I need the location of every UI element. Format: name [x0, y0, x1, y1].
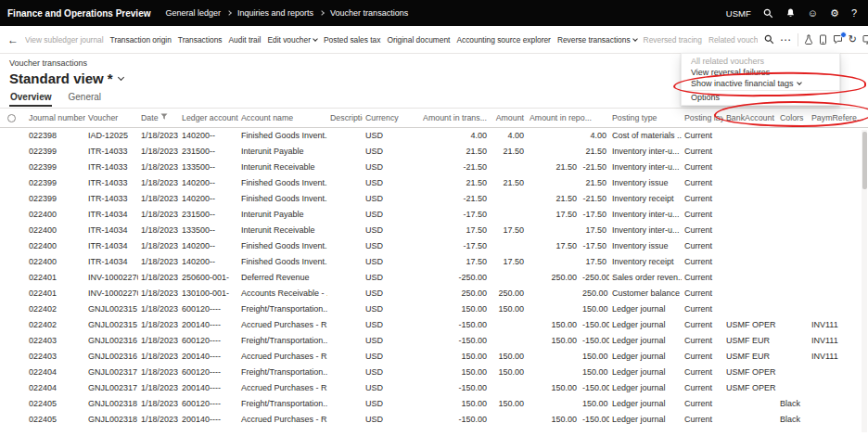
table-row[interactable]: 022400ITR-140341/18/2023231500--Interuni… [0, 207, 868, 223]
cell-account-name[interactable]: Interunit Receivable [238, 223, 327, 238]
cell-account-name[interactable]: Accrued Purchases - R... [238, 380, 327, 396]
cell-colors[interactable] [777, 160, 809, 175]
menu-item-view-reversal-failures[interactable]: View reversal failures [682, 67, 839, 78]
cell-payment-reference[interactable] [809, 301, 868, 317]
cell-amount-in-transaction[interactable]: -150.00 [400, 412, 490, 428]
cell-amount-in-reporting[interactable]: 21.50 [580, 144, 609, 160]
cell-date[interactable]: 1/18/2023 [138, 349, 179, 365]
cell-account-name[interactable]: Interunit Payable [238, 144, 327, 160]
cell-posting-type[interactable]: Inventory inter-u... [609, 160, 682, 175]
cell-bank-account[interactable] [723, 301, 777, 317]
cell-voucher[interactable]: ITR-14034 [85, 238, 138, 254]
cell-account-name[interactable]: Accrued Purchases - R... [238, 317, 327, 333]
cell-posting-layer[interactable]: Current [682, 223, 723, 238]
column-header-journal-number[interactable]: Journal number [26, 109, 85, 127]
cell-payment-reference[interactable] [809, 128, 868, 144]
cell-posting-type[interactable]: Ledger journal [609, 317, 682, 333]
cell-journal-number[interactable]: 022402 [26, 317, 85, 333]
cell-bank-account[interactable]: USMF EUR [723, 349, 777, 365]
cell-ledger-account[interactable]: 130100-001- [179, 286, 238, 301]
cell-bank-account[interactable] [723, 207, 777, 223]
grid-scrollbar[interactable] [862, 130, 867, 432]
cell-colors[interactable] [777, 238, 809, 254]
column-header-currency[interactable]: Currency [363, 109, 400, 127]
cell-date[interactable]: 1/18/2023 [138, 238, 179, 254]
feedback-icon[interactable]: ☺ [808, 8, 818, 19]
cell-posting-type[interactable]: Customer balance [609, 286, 682, 301]
cell-posting-type[interactable]: Inventory issue [609, 238, 682, 254]
cell-payment-reference[interactable] [809, 144, 868, 160]
row-select[interactable] [0, 207, 26, 223]
cell-posting-layer[interactable]: Current [682, 144, 723, 160]
cell-bank-account[interactable]: USMF OPER [723, 365, 777, 380]
cell-bank-account[interactable] [723, 128, 777, 144]
breadcrumb-item-voucher-transactions[interactable]: Voucher transactions [330, 8, 408, 18]
cell-description[interactable] [327, 160, 363, 175]
cell-date[interactable]: 1/18/2023 [138, 286, 179, 301]
cell-amount-in-reporting[interactable]: -17.50 [580, 207, 609, 223]
cell-voucher[interactable]: IAD-12025 [85, 128, 138, 144]
cell-account-name[interactable]: Accounts Receivable - ... [238, 286, 327, 301]
column-header-amount-in-repo[interactable]: Amount in repo... [527, 109, 609, 127]
cell-posting-layer[interactable]: Current [682, 365, 723, 380]
cell-journal-number[interactable]: 022400 [26, 207, 85, 223]
column-header-posting-type[interactable]: Posting type [609, 109, 682, 127]
cell-voucher[interactable]: GNJL002316 [85, 333, 138, 349]
cell-amount-credit[interactable] [527, 223, 580, 238]
cell-amount-in-reporting[interactable]: -17.50 [580, 238, 609, 254]
cell-payment-reference[interactable] [809, 270, 868, 286]
cell-journal-number[interactable]: 022405 [26, 396, 85, 412]
cell-ledger-account[interactable]: 200140---- [179, 317, 238, 333]
cell-colors[interactable] [777, 317, 809, 333]
cell-currency[interactable]: USD [363, 175, 400, 191]
cell-bank-account[interactable] [723, 144, 777, 160]
tab-overview[interactable]: Overview [9, 92, 52, 107]
cell-bank-account[interactable]: USMF OPER [723, 380, 777, 396]
cell-amount-in-transaction[interactable]: -250.00 [400, 270, 490, 286]
cell-journal-number[interactable]: 022399 [26, 191, 85, 207]
cell-ledger-account[interactable]: 200140---- [179, 380, 238, 396]
cell-currency[interactable]: USD [363, 286, 400, 301]
cell-amount-debit[interactable]: 150.00 [490, 349, 527, 365]
cell-payment-reference[interactable] [809, 396, 868, 412]
table-row[interactable]: 022402GNJL0023151/18/2023200140----Accru… [0, 317, 868, 333]
cell-ledger-account[interactable]: 140200-- [179, 128, 238, 144]
cell-posting-layer[interactable]: Current [682, 301, 723, 317]
cell-amount-credit[interactable] [527, 286, 580, 301]
row-select[interactable] [0, 270, 26, 286]
cell-amount-in-transaction[interactable]: 150.00 [400, 365, 490, 380]
column-header-colors[interactable]: Colors [777, 109, 809, 127]
row-select[interactable] [0, 144, 26, 160]
window-icon[interactable] [862, 34, 868, 45]
cell-amount-credit[interactable]: 21.50 [527, 191, 580, 207]
row-select[interactable] [0, 128, 26, 144]
cell-voucher[interactable]: ITR-14033 [85, 175, 138, 191]
cell-amount-credit[interactable]: 21.50 [527, 160, 580, 175]
cell-payment-reference[interactable] [809, 286, 868, 301]
cell-journal-number[interactable]: 022402 [26, 301, 85, 317]
cell-date[interactable]: 1/18/2023 [138, 175, 179, 191]
cell-posting-type[interactable]: Inventory inter-u... [609, 223, 682, 238]
cell-description[interactable] [327, 333, 363, 349]
cell-colors[interactable] [777, 270, 809, 286]
cell-amount-debit[interactable] [490, 317, 527, 333]
cell-amount-credit[interactable] [527, 254, 580, 270]
column-header-select[interactable] [0, 109, 26, 127]
cell-amount-in-transaction[interactable]: 21.50 [400, 144, 490, 160]
cell-date[interactable]: 1/18/2023 [138, 223, 179, 238]
cell-ledger-account[interactable]: 250600-001- [179, 270, 238, 286]
cell-posting-type[interactable]: Ledger journal [609, 412, 682, 428]
table-row[interactable]: 022403GNJL0023161/18/2023200140----Accru… [0, 349, 868, 365]
cell-amount-credit[interactable]: 150.00 [527, 412, 580, 428]
cell-posting-layer[interactable]: Current [682, 380, 723, 396]
cell-description[interactable] [327, 380, 363, 396]
cell-currency[interactable]: USD [363, 223, 400, 238]
cell-voucher[interactable]: GNJL002318 [85, 412, 138, 428]
cell-date[interactable]: 1/18/2023 [138, 160, 179, 175]
cell-payment-reference[interactable] [809, 254, 868, 270]
cell-amount-credit[interactable]: 17.50 [527, 207, 580, 223]
cell-payment-reference[interactable] [809, 175, 868, 191]
cell-amount-in-reporting[interactable]: 17.50 [580, 223, 609, 238]
cell-posting-type[interactable]: Inventory receipt [609, 191, 682, 207]
column-header-bankaccount[interactable]: BankAccount [723, 109, 777, 127]
